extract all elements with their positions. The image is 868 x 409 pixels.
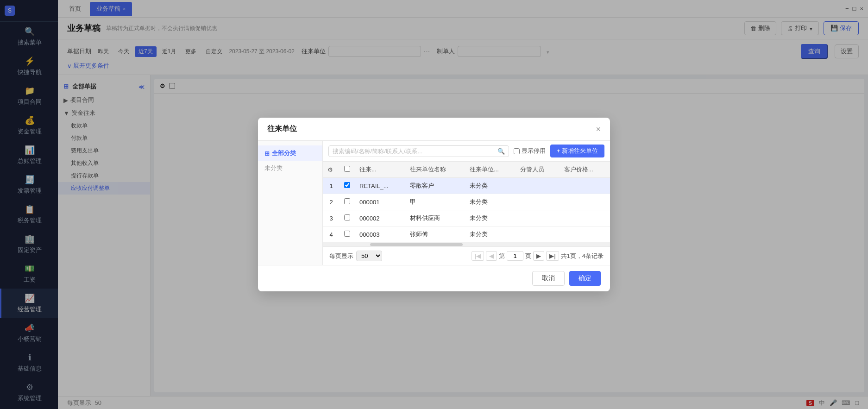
col-setting-header: ⚙	[323, 162, 340, 178]
show-disabled-text: 显示停用	[522, 147, 546, 155]
row-manager	[516, 178, 560, 194]
modal-cancel-button[interactable]: 取消	[532, 271, 565, 286]
row-code: 000003	[355, 227, 405, 243]
modal-nav-all-label: 全部分类	[272, 149, 296, 157]
row-checkbox[interactable]	[344, 231, 350, 237]
row-check[interactable]	[340, 227, 355, 243]
row-manager	[516, 227, 560, 243]
table-row[interactable]: 1 RETAIL_... 零散客户 未分类	[323, 178, 610, 194]
col-check-header	[340, 162, 355, 178]
row-name: 张师傅	[405, 227, 465, 243]
modal-search-box: 🔍	[328, 145, 509, 157]
pagination-total: 共1页，4条记录	[561, 252, 604, 260]
col-category-header: 往来单位...	[465, 162, 516, 178]
modal-nav-unclassified-label: 未分类	[264, 164, 283, 171]
col-price-header: 客户价格...	[560, 162, 610, 178]
modal-left-nav: ⊞ 全部分类 未分类	[258, 141, 323, 265]
row-checkbox[interactable]	[344, 182, 350, 188]
col-name-header: 往来单位名称	[405, 162, 465, 178]
page-last-button[interactable]: ▶|	[546, 251, 559, 261]
modal-header: 往来单位 ×	[258, 118, 610, 141]
page-next-button[interactable]: ▶	[533, 251, 544, 261]
modal-nav-all[interactable]: ⊞ 全部分类	[258, 145, 322, 161]
row-code: RETAIL_...	[355, 178, 405, 194]
row-checkbox[interactable]	[344, 198, 350, 204]
modal-dialog: 往来单位 × ⊞ 全部分类 未分类 🔍	[258, 118, 610, 291]
row-category: 未分类	[465, 178, 516, 194]
party-table: ⚙ 往来... 往来单位名称 往来单位... 分管人员 客户价格...	[323, 162, 610, 243]
add-party-button[interactable]: + 新增往来单位	[550, 145, 604, 157]
row-category: 未分类	[465, 210, 516, 227]
table-row[interactable]: 2 000001 甲 未分类	[323, 194, 610, 210]
table-select-all[interactable]	[344, 166, 350, 172]
per-page-label: 每页显示	[329, 252, 353, 260]
row-price	[560, 194, 610, 210]
row-category: 未分类	[465, 194, 516, 210]
per-page-select[interactable]: 50 100	[356, 251, 382, 261]
row-price	[560, 210, 610, 227]
row-num: 2	[323, 194, 340, 210]
page-prev-button[interactable]: ◀	[486, 251, 497, 261]
modal-scroll-thumb[interactable]	[370, 243, 463, 246]
row-category: 未分类	[465, 227, 516, 243]
row-check[interactable]	[340, 194, 355, 210]
table-row[interactable]: 4 000003 张师傅 未分类	[323, 227, 610, 243]
modal-nav-unclassified[interactable]: 未分类	[258, 161, 322, 175]
page-number-input[interactable]	[507, 251, 523, 261]
row-name: 零散客户	[405, 178, 465, 194]
col-code-header: 往来...	[355, 162, 405, 178]
add-party-label: + 新增往来单位	[557, 147, 598, 155]
page-first-button[interactable]: |◀	[472, 251, 484, 261]
row-num: 3	[323, 210, 340, 227]
row-price	[560, 178, 610, 194]
modal-nav-grid-icon: ⊞	[264, 150, 270, 157]
modal-toolbar: 🔍 显示停用 + 新增往来单位	[323, 141, 610, 162]
modal-search-input[interactable]	[333, 148, 495, 155]
row-code: 000002	[355, 210, 405, 227]
pagination-left: 每页显示 50 100	[329, 251, 382, 261]
row-checkbox[interactable]	[344, 214, 350, 220]
table-row[interactable]: 3 000002 材料供应商 未分类	[323, 210, 610, 227]
row-num: 1	[323, 178, 340, 194]
row-check[interactable]	[340, 178, 355, 194]
page-suffix: 页	[525, 252, 531, 260]
row-price	[560, 227, 610, 243]
row-manager	[516, 194, 560, 210]
modal-right: 🔍 显示停用 + 新增往来单位 ⚙	[323, 141, 610, 265]
row-num: 4	[323, 227, 340, 243]
show-disabled-label[interactable]: 显示停用	[514, 147, 546, 155]
col-manager-header: 分管人员	[516, 162, 560, 178]
modal-footer: 取消 确定	[258, 265, 610, 291]
modal-confirm-button[interactable]: 确定	[569, 271, 601, 286]
modal-search-icon: 🔍	[497, 148, 505, 155]
modal-scrollbar[interactable]	[323, 243, 610, 246]
show-disabled-checkbox[interactable]	[514, 148, 520, 154]
row-code: 000001	[355, 194, 405, 210]
modal-overlay[interactable]: 往来单位 × ⊞ 全部分类 未分类 🔍	[0, 0, 868, 409]
modal-table: ⚙ 往来... 往来单位名称 往来单位... 分管人员 客户价格...	[323, 162, 610, 243]
row-check[interactable]	[340, 210, 355, 227]
page-label: 第	[499, 252, 505, 260]
modal-pagination: 每页显示 50 100 |◀ ◀ 第 页 ▶ ▶| 共	[323, 246, 610, 265]
row-name: 甲	[405, 194, 465, 210]
row-manager	[516, 210, 560, 227]
modal-close-button[interactable]: ×	[596, 125, 601, 133]
modal-title: 往来单位	[267, 124, 297, 134]
modal-body: ⊞ 全部分类 未分类 🔍 显示停用	[258, 141, 610, 265]
pagination-nav: |◀ ◀ 第 页 ▶ ▶| 共1页，4条记录	[472, 251, 604, 261]
row-name: 材料供应商	[405, 210, 465, 227]
